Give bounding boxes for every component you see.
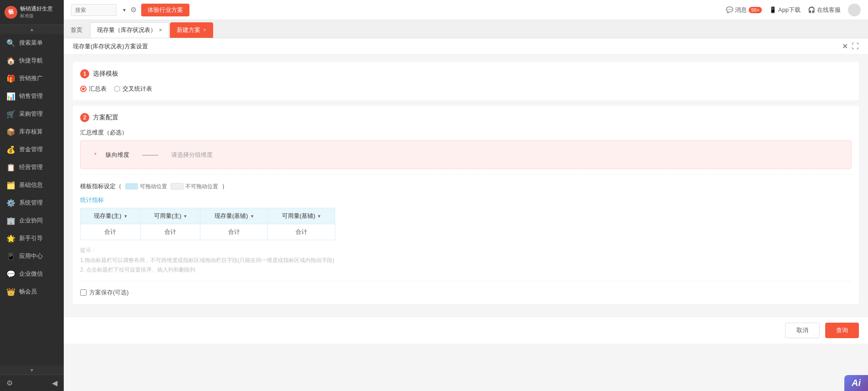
col3-dropdown-icon[interactable]: ▾ — [251, 213, 254, 219]
sidebar-scroll-down[interactable]: ▼ — [0, 365, 64, 375]
content-close-icon[interactable]: ✕ — [842, 42, 848, 51]
enterprise-wechat-icon: 💬 — [6, 270, 15, 278]
messages-btn[interactable]: 💬 消息 99+ — [726, 6, 762, 14]
stats-table-body-row: 合计 合计 合计 合计 — [81, 224, 335, 240]
marketing-icon: 🎁 — [6, 74, 15, 83]
sidebar-item-enterprise-wechat[interactable]: 💬 企业微信 — [0, 265, 64, 283]
app-download-btn[interactable]: 📱 App下载 — [769, 6, 801, 14]
indicator-label-row: 模板指标设定（ 可拖动位置 不可拖动位置 ） — [80, 182, 852, 190]
sidebar-logo: 畅 畅销通好生意 标准版 — [0, 0, 64, 25]
stats-title: 统计指标 — [80, 196, 852, 204]
query-button[interactable]: 查询 — [825, 323, 859, 338]
sidebar-item-app-center[interactable]: 📱 应用中心 — [0, 247, 64, 265]
tab-new-scheme-label: 新建方案 — [177, 26, 200, 34]
col1-sub: 合计 — [81, 224, 141, 240]
content-body: 1 选择模板 汇总表 交叉统计表 2 — [64, 55, 868, 317]
enterprise-icon: 🏢 — [6, 216, 15, 225]
legend-draggable-swatch — [125, 183, 138, 190]
sidebar-item-enterprise[interactable]: 🏢 企业协同 — [0, 212, 64, 230]
app-center-icon: 📱 — [6, 252, 15, 261]
sidebar-item-finance[interactable]: 💰 资金管理 — [0, 141, 64, 159]
sidebar-item-label: 销售管理 — [19, 92, 43, 100]
trial-btn[interactable]: 体验行业方案 — [141, 4, 189, 16]
content-expand-icon[interactable]: ⛶ — [852, 42, 859, 51]
sidebar-item-operations[interactable]: 📋 经营管理 — [0, 159, 64, 176]
tab-new-scheme-close-icon[interactable]: × — [203, 27, 206, 33]
col4-label: 可用量(基辅) — [282, 212, 316, 220]
dim-arrow: —— — [142, 150, 158, 159]
sidebar-item-label: 基础信息 — [19, 181, 43, 189]
legend-non-draggable-item: 不可拖动位置 — [171, 183, 218, 190]
hint-title: 提示： — [80, 246, 852, 256]
sidebar-item-quick-nav[interactable]: 🏠 快捷导航 — [0, 52, 64, 70]
step1-badge: 1 — [80, 69, 89, 78]
sidebar-item-label: 经营管理 — [19, 163, 43, 171]
app-name-block: 畅销通好生意 标准版 — [20, 5, 53, 19]
online-service-label: 在线客服 — [817, 6, 841, 14]
topbar-dropdown-icon[interactable]: ▾ — [123, 7, 126, 13]
sidebar-item-purchase[interactable]: 🛒 采购管理 — [0, 105, 64, 123]
col4-dropdown-icon[interactable]: ▾ — [318, 213, 321, 219]
col3-sub: 合计 — [200, 224, 268, 240]
topbar: ▾ ⚙ 体验行业方案 💬 消息 99+ 📱 App下载 🎧 在线客服 — [64, 0, 868, 20]
search-menu-icon: 🔍 — [6, 39, 15, 47]
sidebar-item-label: 库存核算 — [19, 128, 43, 136]
collapse-icon[interactable]: ◀ — [52, 379, 57, 387]
main-area: ▾ ⚙ 体验行业方案 💬 消息 99+ 📱 App下载 🎧 在线客服 首页 — [64, 0, 868, 391]
quick-nav-icon: 🏠 — [6, 57, 15, 65]
page-title: 现存量(库存状况表)方案设置 — [73, 42, 148, 51]
stats-table: 现存量(主) ▾ 可用量(主) ▾ — [80, 208, 335, 240]
online-service-btn[interactable]: 🎧 在线客服 — [808, 6, 841, 14]
tab-new-scheme[interactable]: 新建方案 × — [170, 22, 213, 38]
tab-inventory-close-icon[interactable]: × — [159, 27, 162, 33]
col2-dropdown-icon[interactable]: ▾ — [184, 213, 187, 219]
cancel-button[interactable]: 取消 — [785, 323, 820, 338]
col4-sub: 合计 — [268, 224, 335, 240]
col1-dropdown-icon[interactable]: ▾ — [124, 213, 127, 219]
sidebar-item-inventory[interactable]: 📦 库存核算 — [0, 123, 64, 141]
hint-section: 提示： 1.拖动标题栏可以调整布局，不可跨维度或指标区域拖动栏目字段(只能在同一… — [80, 246, 852, 275]
radio-cross[interactable]: 交叉统计表 — [114, 85, 152, 93]
settings-icon[interactable]: ⚙ — [6, 379, 13, 387]
basic-info-icon: 🗂️ — [6, 181, 15, 190]
ai-badge[interactable]: Ai — [844, 375, 868, 391]
sidebar-scroll-up[interactable]: ▲ — [0, 25, 64, 34]
new-guide-icon: 🌟 — [6, 234, 15, 243]
search-input[interactable] — [71, 4, 117, 16]
save-checkbox[interactable] — [80, 289, 87, 296]
dim-placeholder[interactable]: 请选择分组维度 — [171, 151, 213, 159]
sidebar-nav: 🔍 搜索菜单 🏠 快捷导航 🎁 营销推广 📊 销售管理 🛒 采购管理 📦 库存核… — [0, 34, 64, 365]
sidebar-item-marketing[interactable]: 🎁 营销推广 — [0, 70, 64, 87]
sidebar-item-search-menu[interactable]: 🔍 搜索菜单 — [0, 34, 64, 52]
sidebar-item-new-guide[interactable]: 🌟 新手引导 — [0, 230, 64, 247]
sidebar-item-member[interactable]: 👑 畅会员 — [0, 283, 64, 301]
col1-label: 现存量(主) — [94, 212, 122, 220]
dim-label: 汇总维度（必选） — [80, 129, 852, 137]
legend-draggable-item: 可拖动位置 — [125, 183, 167, 190]
tab-inventory-label: 现存量（库存状况表） — [97, 26, 156, 34]
tab-inventory-status[interactable]: 现存量（库存状况表） × — [90, 22, 169, 38]
section-divider — [80, 175, 852, 175]
messages-label: 消息 — [735, 6, 747, 14]
col2-header: 可用量(主) ▾ — [140, 208, 200, 224]
sidebar-item-basic-info[interactable]: 🗂️ 基础信息 — [0, 176, 64, 194]
stats-section: 统计指标 现存量(主) ▾ — [80, 196, 852, 240]
tab-home[interactable]: 首页 — [64, 22, 89, 38]
step1-section: 1 选择模板 汇总表 交叉统计表 — [73, 62, 859, 100]
step1-header: 1 选择模板 — [80, 69, 852, 78]
user-avatar[interactable] — [848, 4, 861, 16]
topbar-gear-icon[interactable]: ⚙ — [130, 5, 137, 14]
system-icon: ⚙️ — [6, 199, 15, 207]
sidebar-item-system[interactable]: ⚙️ 系统管理 — [0, 194, 64, 212]
sidebar: 畅 畅销通好生意 标准版 ▲ 🔍 搜索菜单 🏠 快捷导航 🎁 营销推广 📊 销售… — [0, 0, 64, 391]
sidebar-item-sales[interactable]: 📊 销售管理 — [0, 87, 64, 105]
page-footer: 取消 查询 — [64, 317, 868, 344]
radio-summary[interactable]: 汇总表 — [80, 85, 107, 93]
sidebar-item-label: 搜索菜单 — [19, 39, 43, 47]
col2-sub: 合计 — [140, 224, 200, 240]
tab-home-label: 首页 — [71, 26, 82, 34]
topbar-right: 💬 消息 99+ 📱 App下载 🎧 在线客服 — [726, 4, 861, 16]
step1-title: 选择模板 — [93, 70, 118, 78]
radio-cross-circle — [114, 86, 120, 92]
radio-cross-label: 交叉统计表 — [123, 85, 152, 93]
